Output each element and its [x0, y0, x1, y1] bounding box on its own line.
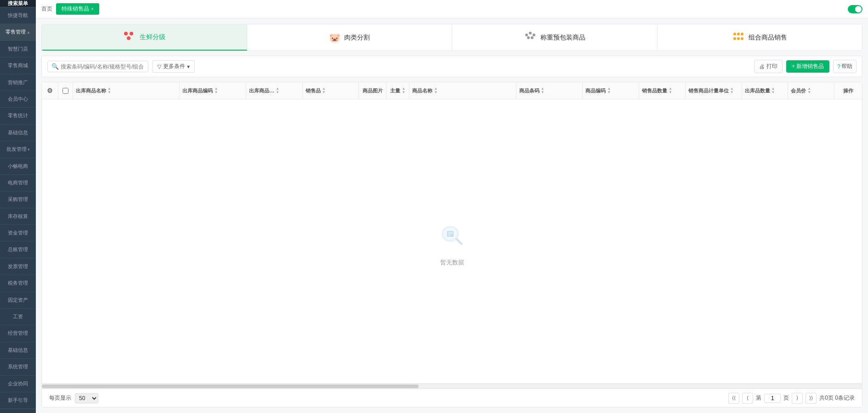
last-page-button[interactable]: ⟩⟩ — [806, 393, 817, 404]
sidebar-item-wholesale[interactable]: 批发管理 ▾ — [0, 141, 36, 158]
sidebar-item-invoice[interactable]: 发票管理 — [0, 258, 36, 275]
sort-icon[interactable]: ▲▼ — [322, 87, 326, 94]
th-checkbox[interactable] — [58, 82, 73, 99]
th-label: 商品图片 — [363, 87, 383, 94]
sort-icon[interactable]: ▲▼ — [669, 87, 672, 94]
th-out-goods-spec: 出库商品… ▲▼ — [246, 82, 303, 99]
sidebar-item-basic-info2[interactable]: 基础信息 — [0, 342, 36, 359]
add-label: + 新增销售品 — [792, 63, 824, 70]
sidebar-item-label: 基础信息 — [8, 347, 28, 353]
sidebar-item-inventory[interactable]: 库存核算 — [0, 208, 36, 225]
sidebar-item-payroll[interactable]: 工资 — [0, 309, 36, 325]
close-tab-icon[interactable]: × — [91, 6, 94, 11]
sort-icon[interactable]: ▲▼ — [276, 87, 279, 94]
svg-point-10 — [741, 33, 743, 35]
sidebar-item-enterprise[interactable]: 企业协同 — [0, 376, 36, 392]
sidebar-item-retail-mgmt[interactable]: 零售管理 ▲ — [0, 24, 36, 40]
active-tab[interactable]: 特殊销售品 × — [56, 3, 99, 15]
search-box[interactable]: 🔍 — [47, 61, 148, 72]
per-page-select[interactable]: 10 20 50 100 — [75, 393, 98, 403]
cat-tab-combo-sale[interactable]: 组合商品销售 — [658, 24, 862, 51]
sort-icon[interactable]: ▲▼ — [772, 87, 775, 94]
svg-point-5 — [533, 34, 535, 36]
sort-icon[interactable]: ▲▼ — [402, 87, 405, 94]
filter-button[interactable]: ▽ 更多条件 ▾ — [152, 60, 195, 73]
data-table: ⚙ 出库商品名称 ▲▼ 出库商品编码 ▲▼ 出库商品… ▲▼ — [41, 82, 862, 407]
sidebar-item-label: 新手引导 — [8, 397, 28, 403]
sidebar-item-promotion[interactable]: 营销推广 — [0, 75, 36, 91]
sidebar-item-purchase[interactable]: 采购管理 — [0, 191, 36, 208]
sidebar-item-ecom-mgmt[interactable]: 电商管理 — [0, 175, 36, 191]
sidebar-item-label: 快捷导航 — [8, 12, 28, 18]
sort-icon[interactable]: ▲▼ — [807, 87, 811, 94]
sort-icon[interactable]: ▲▼ — [730, 87, 734, 94]
select-all-checkbox[interactable] — [62, 88, 68, 94]
sidebar-item-mini-ecom[interactable]: 小畅电商 — [0, 158, 36, 175]
th-out-goods-name: 出库商品名称 ▲▼ — [73, 82, 180, 99]
pagination-controls: ⟨⟨ ⟨ 第 页 ⟩ ⟩⟩ 共0页 0条记录 — [728, 393, 855, 404]
search-input[interactable] — [61, 63, 144, 70]
sidebar-item-capital[interactable]: 资金管理 — [0, 225, 36, 241]
sidebar-item-retail-stats[interactable]: 零售统计 — [0, 108, 36, 124]
th-goods-barcode: 商品条码 ▲▼ — [516, 82, 583, 99]
svg-point-9 — [737, 33, 740, 35]
sidebar-item-label: 企业协同 — [8, 381, 28, 386]
help-icon: ? — [837, 63, 840, 70]
sidebar-item-basic-info[interactable]: 基础信息 — [0, 125, 36, 141]
prev-page-button[interactable]: ⟨ — [742, 393, 753, 404]
sort-icon[interactable]: ▲▼ — [434, 87, 437, 94]
sidebar-settings-icon[interactable]: ⚙ — [0, 409, 36, 413]
page-input[interactable] — [764, 394, 781, 403]
th-out-qty: 出库品数量 ▲▼ — [742, 82, 789, 99]
table-header: ⚙ 出库商品名称 ▲▼ 出库商品编码 ▲▼ 出库商品… ▲▼ — [42, 82, 862, 99]
print-icon: 🖨 — [759, 63, 765, 70]
sidebar-item-quick-nav[interactable]: 快捷导航 — [0, 7, 36, 24]
svg-point-6 — [527, 36, 530, 39]
sidebar-item-member[interactable]: 会员中心 — [0, 91, 36, 108]
sidebar-item-fixed-assets[interactable]: 固定资产 — [0, 292, 36, 309]
sidebar-item-ledger[interactable]: 总账管理 — [0, 241, 36, 258]
next-page-button[interactable]: ⟩ — [792, 393, 803, 404]
svg-point-1 — [130, 32, 133, 35]
th-label: 出库商品名称 — [76, 87, 106, 94]
scrollbar-thumb[interactable] — [42, 384, 419, 388]
sort-icon[interactable]: ▲▼ — [541, 87, 545, 94]
th-label: 出库商品编码 — [182, 87, 213, 94]
th-label: 商品编码 — [585, 87, 606, 94]
active-tab-label: 特殊销售品 — [62, 5, 89, 13]
search-icon: 🔍 — [51, 63, 59, 70]
th-sale-unit: 销售商品计量单位 ▲▼ — [686, 82, 742, 99]
horizontal-scrollbar[interactable] — [42, 383, 862, 389]
sort-icon[interactable]: ▲▼ — [607, 87, 611, 94]
sidebar-item-retail-mall[interactable]: 零售商城 — [0, 57, 36, 74]
cat-tab-meat-cut[interactable]: 🐷 肉类分割 — [247, 24, 453, 51]
print-button[interactable]: 🖨 打印 — [754, 60, 783, 73]
sidebar-item-system[interactable]: 系统管理 — [0, 359, 36, 375]
home-tab[interactable]: 首页 — [41, 5, 52, 13]
toggle-switch[interactable] — [848, 5, 862, 13]
sort-icon[interactable]: ▲▼ — [214, 87, 218, 94]
th-label: 销售商品计量单位 — [688, 87, 729, 94]
sidebar-item-smart-store[interactable]: 智慧门店 — [0, 41, 36, 57]
first-page-button[interactable]: ⟨⟨ — [728, 393, 739, 404]
help-button[interactable]: ? 帮助 — [833, 60, 857, 73]
filter-arrow-icon: ▾ — [187, 63, 190, 70]
svg-point-3 — [525, 34, 528, 36]
sidebar-logo: 搜索菜单 — [0, 0, 36, 7]
sidebar-item-label: 发票管理 — [8, 264, 28, 269]
sidebar-item-label: 会员中心 — [8, 96, 28, 102]
cat-tab-weigh-pack[interactable]: 称重预包装商品 — [452, 24, 658, 51]
svg-point-11 — [733, 37, 736, 40]
sort-icon[interactable]: ▲▼ — [108, 87, 111, 94]
sidebar-item-tax[interactable]: 税务管理 — [0, 275, 36, 292]
sidebar: 搜索菜单 快捷导航 零售管理 ▲ 智慧门店 零售商城 营销推广 会员中心 零售统… — [0, 0, 36, 413]
add-sale-button[interactable]: + 新增销售品 — [786, 60, 829, 73]
sidebar-item-new-guide[interactable]: 新手引导 — [0, 392, 36, 409]
sidebar-item-label: 零售商城 — [8, 63, 28, 68]
sidebar-item-label: 系统管理 — [8, 364, 28, 369]
cat-tab-fresh-grade[interactable]: 生鲜分级 — [42, 24, 247, 51]
empty-state-icon — [434, 216, 471, 253]
help-label: 帮助 — [841, 63, 852, 70]
sidebar-item-operation[interactable]: 经营管理 — [0, 325, 36, 342]
th-settings[interactable]: ⚙ — [42, 82, 58, 99]
